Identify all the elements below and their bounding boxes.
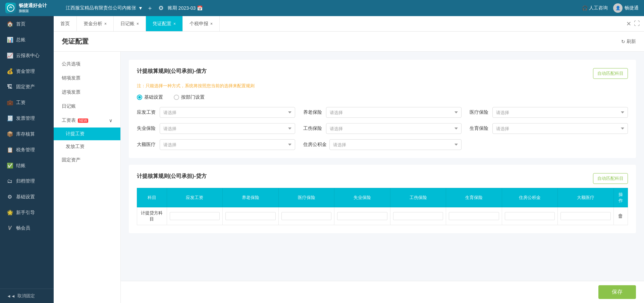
field-housing-fund-select[interactable]: 请选择	[329, 139, 462, 150]
app-logo-icon	[5, 3, 16, 13]
company-selector[interactable]: 江西服宝精品有限责任公司内账张 ▼	[66, 5, 143, 11]
radio-basic[interactable]: 基础设置	[137, 94, 163, 100]
period-value: 2023-03	[178, 5, 196, 11]
cell-housing-input[interactable]	[502, 207, 558, 225]
cell-unemployment-input[interactable]	[334, 207, 390, 225]
nav-payroll-calc[interactable]: 计提工资	[54, 128, 120, 140]
sidebar-item-checkout[interactable]: ✅ 结账	[0, 158, 54, 173]
tab-bar: 首页 资金分析 × 日记账 × 凭证配置 × 个税申报 × ✕ ⛶	[54, 16, 644, 32]
delete-row-icon[interactable]: 🗑	[618, 213, 623, 219]
tab-diary-close[interactable]: ×	[137, 21, 139, 26]
inner-layout: 公共选项 销项发票 进项发票 日记账 工资表 NEW	[54, 52, 644, 303]
new-badge: NEW	[78, 118, 88, 123]
field-housing-fund-label: 住房公积金	[303, 142, 327, 148]
borrow-radio-group: 基础设置 按部门设置	[137, 94, 628, 100]
cell-salary-input[interactable]	[167, 207, 223, 225]
sidebar-item-salary[interactable]: 💼 工资	[0, 95, 54, 110]
nav-sales-invoice[interactable]: 销项发票	[54, 71, 120, 85]
input-housing[interactable]	[505, 212, 555, 220]
sidebar-item-basic-setting[interactable]: ⚙ 基础设置	[0, 189, 54, 205]
cell-big-medical-input[interactable]	[558, 207, 614, 225]
field-unemployment-label: 失业保险	[137, 125, 157, 132]
sidebar-label-home: 首页	[16, 21, 25, 27]
expand-tab-icon[interactable]: ⛶	[634, 20, 640, 27]
tab-fund-analysis[interactable]: 资金分析 ×	[77, 16, 114, 31]
auto-match-borrow-button[interactable]: 自动匹配科目	[593, 68, 628, 79]
sidebar-item-ledger[interactable]: 📊 总账	[0, 32, 54, 48]
input-unemployment[interactable]	[337, 212, 387, 220]
calendar-icon[interactable]: 📅	[197, 5, 203, 11]
field-injury-select[interactable]: 请选择	[326, 123, 462, 134]
sidebar-item-tax[interactable]: 📋 税务管理	[0, 142, 54, 158]
sidebar-item-fund[interactable]: 💰 资金管理	[0, 63, 54, 79]
cell-medical-input[interactable]	[278, 207, 334, 225]
nav-public[interactable]: 公共选项	[54, 57, 120, 71]
sidebar-label-salary: 工资	[16, 100, 25, 106]
cancel-pin-button[interactable]: ◄◄ 取消固定	[0, 289, 54, 303]
nav-fixed-asset[interactable]: 固定资产	[54, 153, 120, 167]
field-medical-label: 医疗保险	[470, 109, 490, 115]
radio-dept[interactable]: 按部门设置	[174, 94, 205, 100]
input-big-medical[interactable]	[560, 212, 611, 220]
sidebar-item-home[interactable]: 🏠 首页	[0, 16, 54, 32]
tab-home[interactable]: 首页	[54, 16, 77, 31]
settings-icon[interactable]: ⚙	[158, 4, 164, 12]
nav-diary[interactable]: 日记账	[54, 99, 120, 113]
sidebar-item-fixed-asset[interactable]: 🏗 固定资产	[0, 79, 54, 95]
field-medical-select[interactable]: 请选择	[492, 107, 628, 118]
sidebar-item-guide[interactable]: 🌟 新手引导	[0, 205, 54, 220]
input-pension[interactable]	[225, 212, 276, 220]
user-area[interactable]: 👤 畅捷通	[613, 3, 639, 13]
sidebar-item-member[interactable]: V 畅会员	[0, 220, 54, 236]
tax-icon: 📋	[7, 147, 13, 153]
nav-diary-label: 日记账	[62, 103, 76, 109]
field-maternity-label: 生育保险	[470, 125, 490, 132]
input-maternity[interactable]	[449, 212, 499, 220]
cell-pension-input[interactable]	[223, 207, 279, 225]
cell-injury-input[interactable]	[390, 207, 446, 225]
input-medical[interactable]	[281, 212, 332, 220]
credit-section-title: 计提核算规则(公司承担)-贷方	[137, 173, 207, 180]
save-button[interactable]: 保存	[598, 285, 636, 299]
borrow-section-title: 计提核算规则(公司承担)-借方	[137, 68, 207, 75]
refresh-label: 刷新	[627, 39, 636, 45]
refresh-button[interactable]: ↻ 刷新	[621, 39, 636, 45]
sidebar-item-cloud-report[interactable]: 📈 云报表中心	[0, 48, 54, 63]
field-maternity-select[interactable]: 请选择	[492, 123, 628, 134]
cell-maternity-input[interactable]	[446, 207, 502, 225]
sidebar-item-archive[interactable]: 🗂 归档管理	[0, 173, 54, 189]
tab-voucher-config[interactable]: 凭证配置 ×	[146, 16, 183, 31]
auto-match-credit-button[interactable]: 自动匹配科目	[593, 173, 628, 184]
input-salary[interactable]	[170, 212, 220, 220]
field-pension-label: 养老保险	[303, 109, 323, 115]
field-pension-select[interactable]: 请选择	[326, 107, 462, 118]
col-subject: 科目	[137, 188, 167, 207]
input-injury[interactable]	[393, 212, 443, 220]
help-label: 人工咨询	[589, 5, 608, 11]
tab-diary[interactable]: 日记账 ×	[114, 16, 146, 31]
nav-sales-label: 销项发票	[62, 75, 80, 81]
close-tab-icon[interactable]: ✕	[626, 20, 631, 28]
tab-fund-close[interactable]: ×	[104, 21, 107, 26]
cancel-pin-label: 取消固定	[17, 293, 35, 299]
sidebar-label-fixed-asset: 固定资产	[16, 84, 35, 90]
field-unemployment-select[interactable]: 请选择	[160, 123, 295, 134]
tab-voucher-close[interactable]: ×	[173, 21, 176, 26]
field-pension: 养老保险 请选择	[303, 107, 462, 118]
add-icon[interactable]: ＋	[147, 4, 153, 12]
help-button[interactable]: 🎧 人工咨询	[582, 5, 608, 11]
tab-tax-report[interactable]: 个税申报 ×	[183, 16, 220, 31]
sidebar-item-inventory[interactable]: 📦 库存核算	[0, 126, 54, 142]
logo-area: 畅捷通好会计 旗舰版	[5, 3, 59, 13]
field-salary-select[interactable]: 请选择	[160, 107, 295, 118]
radio-basic-label: 基础设置	[144, 94, 163, 100]
sidebar-item-invoice[interactable]: 🧾 发票管理	[0, 110, 54, 126]
nav-payroll-group[interactable]: 工资表 NEW ∨	[54, 113, 120, 128]
nav-purchase-invoice[interactable]: 进项发票	[54, 85, 120, 99]
col-injury: 工伤保险	[390, 188, 446, 207]
tab-tax-close[interactable]: ×	[210, 21, 213, 26]
nav-pay-salary[interactable]: 发放工资	[54, 140, 120, 153]
cell-subject-label: 计提贷方科目	[137, 207, 167, 225]
col-maternity: 生育保险	[446, 188, 502, 207]
field-big-medical-select[interactable]: 请选择	[160, 139, 295, 150]
